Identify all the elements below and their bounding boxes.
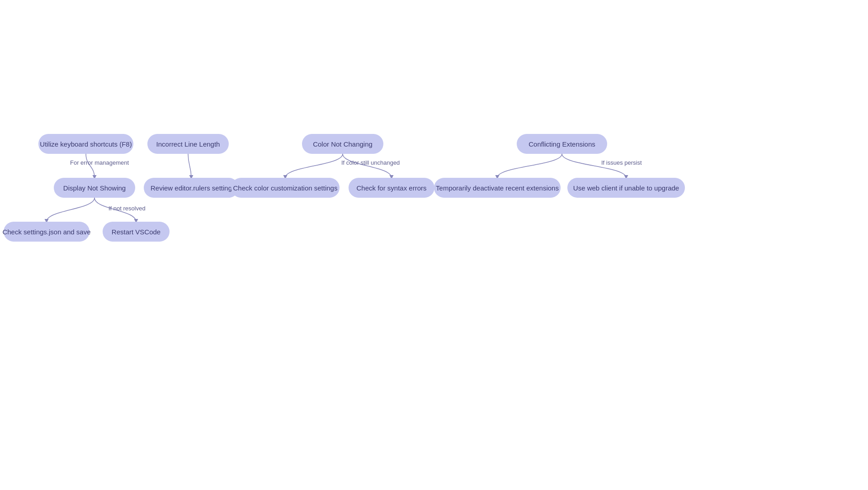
edge-label: For error management <box>70 159 129 166</box>
node-conflicting-extensions: Conflicting Extensions <box>517 134 607 154</box>
node-check-syntax-errors: Check for syntax errors <box>349 178 434 198</box>
node-check-color-customization: Check color customization settings <box>231 178 340 198</box>
node-incorrect-line-length: Incorrect Line Length <box>147 134 229 154</box>
node-review-rulers: Review editor.rulers setting <box>144 178 239 198</box>
edge-label: If issues persist <box>601 159 642 166</box>
diagram-container: Utilize keyboard shortcuts (F8)Incorrect… <box>0 0 868 490</box>
node-utilize-shortcuts: Utilize keyboard shortcuts (F8) <box>38 134 133 154</box>
edge-label: If not resolved <box>108 205 146 212</box>
node-restart-vscode: Restart VSCode <box>103 222 170 242</box>
node-display-not-showing: Display Not Showing <box>54 178 135 198</box>
node-color-not-changing: Color Not Changing <box>302 134 383 154</box>
node-check-settings: Check settings.json and save <box>4 222 90 242</box>
node-use-web-client: Use web client if unable to upgrade <box>567 178 685 198</box>
edge-label: If color still unchanged <box>341 159 400 166</box>
node-deactivate-extensions: Temporarily deactivate recent extensions <box>434 178 561 198</box>
diagram-svg <box>0 0 868 490</box>
